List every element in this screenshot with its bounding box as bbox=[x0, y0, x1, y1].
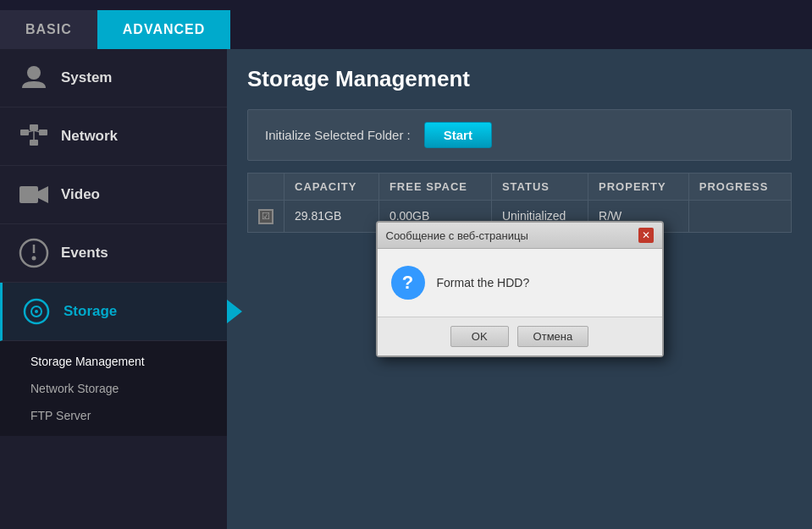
svg-rect-4 bbox=[30, 140, 38, 146]
video-icon bbox=[14, 178, 54, 212]
content-area: Storage Management Initialize Selected F… bbox=[227, 49, 812, 529]
dialog-body: ? Format the HDD? bbox=[378, 249, 662, 317]
sub-menu-ftp-server[interactable]: FTP Server bbox=[20, 402, 227, 429]
sidebar-label-video: Video bbox=[61, 186, 100, 203]
dialog-cancel-button[interactable]: Отмена bbox=[517, 326, 589, 347]
tab-advanced[interactable]: ADVANCED bbox=[97, 10, 230, 49]
sub-menu-storage-management[interactable]: Storage Management bbox=[20, 348, 227, 375]
dialog-title: Сообщение с веб-страницы bbox=[386, 229, 528, 242]
sidebar-item-network[interactable]: Network bbox=[0, 107, 227, 166]
sidebar: System Network bbox=[0, 49, 227, 529]
network-icon bbox=[14, 119, 54, 153]
dialog-close-button[interactable]: ✕ bbox=[638, 228, 654, 243]
sub-menu-network-storage[interactable]: Network Storage bbox=[20, 375, 227, 402]
svg-marker-9 bbox=[38, 186, 48, 203]
events-icon bbox=[14, 236, 54, 270]
sidebar-item-events[interactable]: Events bbox=[0, 224, 227, 283]
top-nav: BASIC ADVANCED bbox=[0, 0, 812, 49]
svg-point-15 bbox=[35, 310, 38, 313]
tab-basic[interactable]: BASIC bbox=[0, 10, 97, 49]
dialog-question-icon: ? bbox=[391, 266, 425, 300]
dialog-ok-button[interactable]: OK bbox=[450, 326, 509, 347]
sidebar-item-system[interactable]: System bbox=[0, 49, 227, 107]
sidebar-item-video[interactable]: Video bbox=[0, 166, 227, 224]
svg-point-12 bbox=[32, 256, 36, 261]
storage-sub-menu: Storage Management Network Storage FTP S… bbox=[0, 341, 227, 436]
dialog-message: Format the HDD? bbox=[437, 276, 530, 289]
svg-rect-2 bbox=[30, 124, 38, 130]
dialog: Сообщение с веб-страницы ✕ ? Format the … bbox=[376, 221, 664, 357]
storage-icon bbox=[16, 295, 57, 328]
sidebar-label-events: Events bbox=[61, 245, 108, 262]
dialog-footer: OK Отмена bbox=[378, 317, 662, 355]
svg-point-0 bbox=[27, 66, 41, 80]
sidebar-label-storage: Storage bbox=[64, 303, 117, 320]
main-layout: System Network bbox=[0, 49, 812, 529]
dialog-overlay: Сообщение с веб-страницы ✕ ? Format the … bbox=[227, 49, 812, 529]
sidebar-label-network: Network bbox=[61, 128, 118, 145]
sidebar-item-storage[interactable]: Storage bbox=[0, 283, 227, 341]
svg-rect-8 bbox=[19, 186, 38, 203]
sidebar-label-system: System bbox=[61, 69, 112, 86]
system-icon bbox=[14, 61, 54, 95]
dialog-titlebar: Сообщение с веб-страницы ✕ bbox=[378, 223, 662, 249]
